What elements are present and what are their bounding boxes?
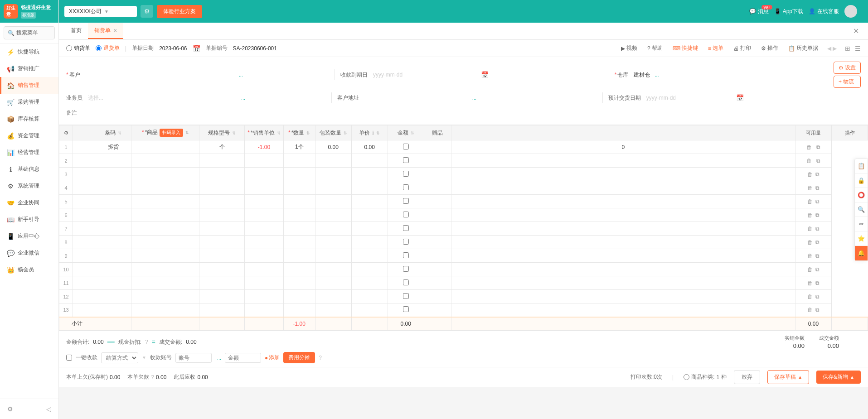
abandon-btn[interactable]: 放弃 <box>734 370 760 384</box>
delete-row-icon[interactable]: 🗑 <box>807 226 813 232</box>
sidebar-item-member[interactable]: 👑 畅会员 <box>0 261 58 278</box>
calc-method-select[interactable]: 结算方式 <box>101 352 138 363</box>
copy-row-icon[interactable]: ⧉ <box>815 212 820 218</box>
salesperson-input[interactable] <box>85 93 239 103</box>
sidebar-item-marketing[interactable]: 📢 营销推广 <box>0 60 58 77</box>
print-btn[interactable]: 🖨 打印 <box>731 43 754 53</box>
addr-more-btn[interactable]: ... <box>470 95 476 101</box>
right-panel-circle[interactable]: ⭕ <box>855 188 868 202</box>
right-panel-lock[interactable]: 🔒 <box>855 173 868 188</box>
remark-input[interactable] <box>80 108 861 118</box>
collection-date-input[interactable] <box>370 70 479 80</box>
delete-row-icon[interactable]: 🗑 <box>806 144 812 150</box>
delete-row-icon[interactable]: 🗑 <box>807 239 813 246</box>
sidebar-item-wechat[interactable]: 💬 企业微信 <box>0 245 58 261</box>
delete-row-icon[interactable]: 🗑 <box>807 280 813 286</box>
copy-row-icon[interactable]: ⧉ <box>816 144 820 150</box>
expense-help-icon[interactable]: ? <box>319 355 322 361</box>
one-click-payment-checkbox[interactable] <box>66 355 72 361</box>
sidebar-item-collab[interactable]: 🤝 企业协同 <box>0 194 58 211</box>
sidebar-collapse-btn[interactable]: ◁ <box>42 403 55 415</box>
date-calendar-icon[interactable]: 📅 <box>193 45 200 52</box>
shortcut-btn[interactable]: ⌨ 快捷键 <box>670 43 701 53</box>
remark-cell[interactable] <box>424 140 451 154</box>
sidebar-item-guide[interactable]: 📖 新手引导 <box>0 211 58 228</box>
copy-row-icon[interactable]: ⧉ <box>815 307 820 313</box>
sidebar-item-sales[interactable]: 🏠 销售管理 <box>0 77 58 94</box>
message-btn[interactable]: 💬 消息 99+ <box>749 8 769 15</box>
search-menu-button[interactable]: 🔍 搜索菜单 <box>4 26 55 39</box>
pkg-cell[interactable]: 1个 <box>283 140 315 154</box>
company-selector[interactable]: XXXXXX公司 ▼ <box>64 6 137 17</box>
sidebar-item-basic-info[interactable]: ℹ 基础信息 <box>0 161 58 178</box>
amount-cell[interactable]: 0.00 <box>351 140 388 154</box>
delete-row-icon[interactable]: 🗑 <box>807 198 813 205</box>
customer-addr-input[interactable] <box>362 93 470 103</box>
settings-btn[interactable]: ⚙ 设置 <box>834 62 861 74</box>
copy-row-icon[interactable]: ⧉ <box>815 198 820 205</box>
delete-row-icon[interactable]: 🗑 <box>807 185 813 191</box>
expected-calendar-icon[interactable]: 📅 <box>734 94 744 101</box>
delete-row-icon[interactable]: 🗑 <box>807 294 813 300</box>
right-panel-bell[interactable]: 🔔 <box>855 246 868 260</box>
price-info-icon[interactable]: ℹ <box>372 130 374 135</box>
delete-row-icon[interactable]: 🗑 <box>807 212 813 218</box>
operations-btn[interactable]: ⚙ 操作 <box>758 43 781 53</box>
delete-row-icon[interactable]: 🗑 <box>807 253 813 259</box>
copy-row-icon[interactable]: ⧉ <box>815 239 820 246</box>
copy-row-icon[interactable]: ⧉ <box>815 280 820 286</box>
gift-cell[interactable] <box>388 140 424 154</box>
product-type-info[interactable]: 商品种类: 1 种 <box>684 373 727 381</box>
delete-row-icon[interactable]: 🗑 <box>807 307 813 313</box>
price-cell[interactable]: 0.00 <box>315 140 351 154</box>
save-new-btn[interactable]: 保存&新增 ▲ <box>816 371 861 384</box>
copy-row-icon[interactable]: ⧉ <box>815 294 820 300</box>
user-avatar[interactable] <box>844 5 857 18</box>
barcode-cell[interactable] <box>73 140 95 154</box>
select-btn[interactable]: ≡ 选单 <box>705 43 726 53</box>
help-btn[interactable]: ? 帮助 <box>645 43 665 53</box>
tab-close-icon[interactable]: ✕ <box>113 28 117 33</box>
layout-list-btn[interactable]: ☰ <box>855 45 861 52</box>
unit-cell[interactable]: 个 <box>199 140 245 154</box>
right-panel-clipboard[interactable]: 📋 <box>855 159 868 173</box>
right-panel-edit[interactable]: ✏ <box>855 217 868 231</box>
right-panel-star[interactable]: ⭐ <box>855 231 868 246</box>
trial-btn[interactable]: 体验行业方案 <box>157 5 202 18</box>
discount-help-icon[interactable]: ? <box>145 339 148 345</box>
expected-date-input[interactable] <box>644 93 734 103</box>
copy-row-icon[interactable]: ⧉ <box>815 266 820 273</box>
copy-row-icon[interactable]: ⧉ <box>815 226 820 232</box>
salesperson-more-btn[interactable]: ... <box>239 95 245 101</box>
sidebar-item-app-center[interactable]: 📱 应用中心 <box>0 228 58 245</box>
sidebar-item-quick-nav[interactable]: ⚡ 快捷导航 <box>0 43 58 60</box>
save-draft-btn[interactable]: 保存草稿 ▲ <box>767 370 809 384</box>
logistics-btn[interactable]: + 物流 <box>834 76 861 88</box>
add-payment-btn[interactable]: ● 添加 <box>265 354 280 361</box>
payment-amount-input[interactable] <box>225 353 261 363</box>
right-panel-search[interactable]: 🔍 <box>855 202 868 217</box>
collection-calendar-icon[interactable]: 📅 <box>479 71 489 78</box>
sidebar-item-operations[interactable]: 📊 经营管理 <box>0 144 58 161</box>
total-owe-help-icon[interactable]: ? <box>151 374 154 380</box>
sidebar-settings-btn[interactable]: ⚙ <box>4 403 16 415</box>
online-service-btn[interactable]: 👤 在线客服 <box>809 8 839 15</box>
copy-row-icon[interactable]: ⧉ <box>815 171 820 178</box>
return-type-radio[interactable]: 退货单 <box>96 44 120 52</box>
video-btn[interactable]: ▶ 视频 <box>618 43 640 53</box>
history-btn[interactable]: 📋 历史单据 <box>786 43 821 53</box>
qty-cell[interactable]: -1.00 <box>245 140 283 154</box>
expense-split-btn[interactable]: 费用分摊 <box>283 352 315 363</box>
th-settings[interactable]: ⚙ <box>59 125 73 140</box>
product-cell[interactable]: 拆货 <box>95 140 131 154</box>
copy-row-icon[interactable]: ⧉ <box>815 253 820 259</box>
close-all-tabs-btn[interactable]: ✕ <box>849 27 863 35</box>
account-more-btn[interactable]: ... <box>215 355 221 361</box>
tab-home[interactable]: 首页 <box>64 23 88 39</box>
customer-input[interactable] <box>83 70 237 80</box>
sale-type-radio[interactable]: 销货单 <box>66 44 90 52</box>
sidebar-item-finance[interactable]: 💰 资金管理 <box>0 127 58 144</box>
scan-btn[interactable]: 扫码录入 <box>160 129 183 137</box>
delete-row-icon[interactable]: 🗑 <box>806 158 812 164</box>
account-input[interactable] <box>175 353 212 363</box>
